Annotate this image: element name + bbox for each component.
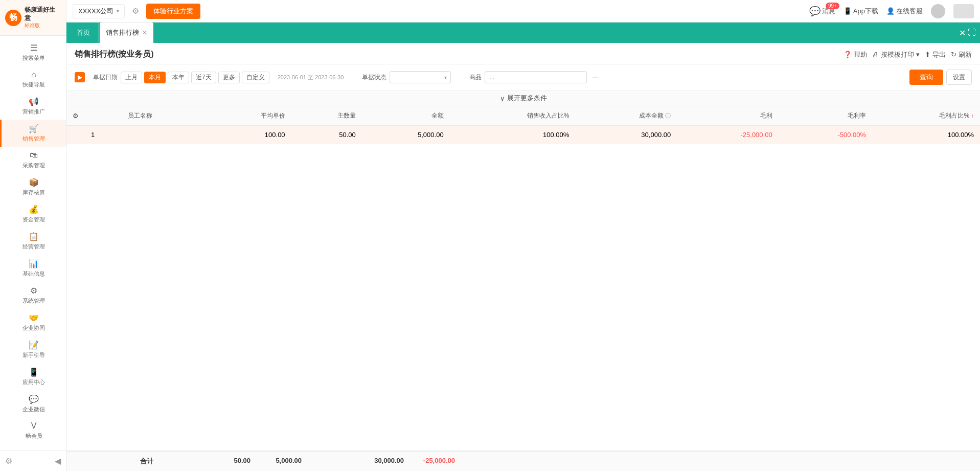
sidebar: 畅 畅康通好生意 标准版 ☰ 搜索菜单 ⌂ 快捷导航 📢 营销推广 🛒 销售管理… bbox=[0, 0, 66, 471]
enterprise-label: 企业协同 bbox=[22, 324, 45, 332]
filter-bar: ▶ 单据日期 上月 本月 本年 近7天 更多 自定义 2023-06-01 至 … bbox=[66, 64, 980, 91]
topbar-right: 💬 消息 99+ 📱 App下载 👤 在线客服 bbox=[809, 4, 974, 18]
enterprise-icon: 🤝 bbox=[29, 313, 39, 323]
filter-status-select-wrap bbox=[390, 71, 451, 83]
tab-close-icon[interactable]: ✕ bbox=[142, 29, 147, 36]
sidebar-item-apps[interactable]: 📱 应用中心 bbox=[0, 363, 66, 390]
filter-this-year-btn[interactable]: 本年 bbox=[168, 72, 189, 83]
expand-more-button[interactable]: ∨ 展开更多条件 bbox=[500, 94, 547, 103]
footer-cost-amount: 30,000.00 bbox=[359, 457, 410, 466]
sidebar-settings-icon[interactable]: ⚙ bbox=[5, 456, 12, 466]
help-button[interactable]: ❓ 帮助 bbox=[844, 50, 867, 59]
td-profit-rate: -500.00% bbox=[779, 126, 872, 144]
td-profit: -25,000.00 bbox=[677, 126, 778, 144]
message-button[interactable]: 💬 消息 99+ bbox=[809, 6, 835, 17]
filter-7days-btn[interactable]: 近7天 bbox=[191, 72, 216, 83]
filter-status-select[interactable] bbox=[390, 71, 451, 83]
app-download-button[interactable]: 📱 App下载 bbox=[844, 7, 878, 16]
sidebar-item-guide[interactable]: 📝 新手引导 bbox=[0, 336, 66, 363]
expand-icon: ∨ bbox=[500, 95, 505, 102]
sidebar-item-finance[interactable]: 💰 资金管理 bbox=[0, 200, 66, 228]
footer-label-text: 合计 bbox=[134, 457, 175, 466]
sidebar-item-purchase[interactable]: 🛍 采购管理 bbox=[0, 147, 66, 173]
filter-goods-more-icon[interactable]: ··· bbox=[592, 73, 598, 81]
page-header: 销售排行榜(按业务员) ❓ 帮助 🖨 按模板打印 ▾ ⬆ 导出 bbox=[66, 43, 980, 64]
sidebar-item-basic[interactable]: 📊 基础信息 bbox=[0, 255, 66, 282]
tabbar-fullscreen-button[interactable]: ⛶ bbox=[968, 28, 976, 37]
logo-icon: 畅 bbox=[5, 10, 21, 26]
sales-label: 销售管理 bbox=[22, 135, 45, 143]
basic-icon: 📊 bbox=[29, 259, 39, 268]
sidebar-item-search[interactable]: ☰ 搜索菜单 bbox=[0, 39, 66, 66]
sidebar-item-enterprise[interactable]: 🤝 企业协同 bbox=[0, 309, 66, 336]
tab-home[interactable]: 首页 bbox=[69, 23, 99, 43]
settings-button[interactable]: 设置 bbox=[946, 70, 972, 85]
filter-last-month-btn[interactable]: 上月 bbox=[121, 72, 142, 83]
tabbar-close-button[interactable]: ✕ bbox=[959, 28, 966, 38]
purchase-label: 采购管理 bbox=[22, 162, 45, 169]
inventory-icon: 📦 bbox=[29, 177, 39, 187]
content-area: 销售排行榜(按业务员) ❓ 帮助 🖨 按模板打印 ▾ ⬆ 导出 bbox=[66, 43, 980, 471]
tab-sales-ranking[interactable]: 销售排行榜 ✕ bbox=[100, 23, 153, 43]
online-service-button[interactable]: 👤 在线客服 bbox=[886, 7, 923, 16]
filter-custom-btn[interactable]: 自定义 bbox=[242, 72, 269, 83]
help-icon: ❓ bbox=[844, 51, 852, 58]
topbar-gear-icon[interactable]: ⚙ bbox=[130, 4, 141, 18]
filter-status-group: 单据状态 bbox=[362, 71, 451, 83]
filter-date-range-group: 2023-06-01 至 2023-06-30 bbox=[278, 74, 344, 81]
basic-label: 基础信息 bbox=[22, 270, 45, 278]
search-label: 搜索菜单 bbox=[22, 54, 45, 62]
logo-text: 畅康通好生意 标准版 bbox=[25, 6, 61, 29]
filter-arrow-icon[interactable]: ▶ bbox=[75, 72, 85, 82]
print-button[interactable]: 🖨 按模板打印 ▾ bbox=[872, 50, 920, 59]
table-settings-icon[interactable]: ⚙ bbox=[73, 112, 79, 120]
td-amount: 5,000.00 bbox=[362, 126, 450, 144]
refresh-button[interactable]: ↻ 刷新 bbox=[951, 50, 972, 59]
user-avatar[interactable] bbox=[931, 4, 945, 18]
sidebar-item-marketing[interactable]: 📢 营销推广 bbox=[0, 93, 66, 120]
export-button[interactable]: ⬆ 导出 bbox=[925, 50, 946, 59]
page: 销售排行榜(按业务员) ❓ 帮助 🖨 按模板打印 ▾ ⬆ 导出 bbox=[66, 43, 980, 471]
sidebar-item-operations[interactable]: 📋 经营管理 bbox=[0, 228, 66, 255]
service-label: 在线客服 bbox=[896, 7, 923, 16]
query-button[interactable]: 查询 bbox=[909, 70, 943, 85]
filter-more-btn[interactable]: 更多 bbox=[218, 72, 240, 83]
sidebar-item-system[interactable]: ⚙ 系统管理 bbox=[0, 282, 66, 309]
marketing-icon: 📢 bbox=[29, 97, 39, 106]
th-amount: 全额 bbox=[362, 106, 450, 126]
table-container: ⚙ 员工名称 平均单价 主数量 全额 销售收入占比% 成本全额 ⓘ 毛利 bbox=[66, 106, 980, 451]
apps-label: 应用中心 bbox=[22, 378, 45, 386]
message-icon: 💬 bbox=[809, 6, 821, 17]
page-title: 销售排行榜(按业务员) bbox=[75, 49, 154, 60]
service-icon: 👤 bbox=[886, 7, 895, 15]
td-settings bbox=[66, 126, 85, 144]
sales-ranking-table: ⚙ 员工名称 平均单价 主数量 全额 销售收入占比% 成本全额 ⓘ 毛利 bbox=[66, 106, 980, 144]
app-label: App下载 bbox=[853, 7, 878, 16]
company-selector[interactable]: XXXXX公司 ▾ bbox=[73, 4, 125, 18]
finance-label: 资金管理 bbox=[22, 216, 45, 223]
cost-info-icon[interactable]: ⓘ bbox=[665, 113, 671, 119]
footer-profit: -25,000.00 bbox=[410, 457, 461, 466]
app-icon: 📱 bbox=[844, 7, 852, 15]
print-dropdown-icon: ▾ bbox=[916, 51, 920, 58]
footer-profit-ratio bbox=[512, 457, 563, 466]
footer-amount: 5,000.00 bbox=[257, 457, 308, 466]
sidebar-item-sales[interactable]: 🛒 销售管理 bbox=[0, 120, 66, 147]
filter-this-month-btn[interactable]: 本月 bbox=[144, 72, 166, 83]
sidebar-item-member[interactable]: V 畅会员 bbox=[0, 417, 66, 444]
marketing-label: 营销推广 bbox=[22, 108, 45, 116]
sidebar-item-inventory[interactable]: 📦 库存核算 bbox=[0, 173, 66, 200]
guide-icon: 📝 bbox=[29, 340, 39, 350]
trial-button[interactable]: 体验行业方案 bbox=[146, 4, 200, 19]
filter-toggle-icon[interactable]: ▶ bbox=[75, 72, 85, 82]
operations-label: 经营管理 bbox=[22, 243, 45, 251]
sidebar-item-shortcuts[interactable]: ⌂ 快捷导航 bbox=[0, 66, 66, 93]
th-settings[interactable]: ⚙ bbox=[66, 106, 85, 126]
operations-icon: 📋 bbox=[29, 232, 39, 241]
sidebar-footer: ⚙ ◀ bbox=[0, 451, 66, 471]
wechat-icon: 💬 bbox=[29, 394, 39, 404]
main-area: XXXXX公司 ▾ ⚙ 体验行业方案 💬 消息 99+ 📱 App下载 👤 在线… bbox=[66, 0, 980, 471]
filter-goods-input[interactable] bbox=[485, 71, 587, 83]
sidebar-item-wechat[interactable]: 💬 企业微信 bbox=[0, 390, 66, 417]
sidebar-collapse-icon[interactable]: ◀ bbox=[55, 456, 61, 466]
